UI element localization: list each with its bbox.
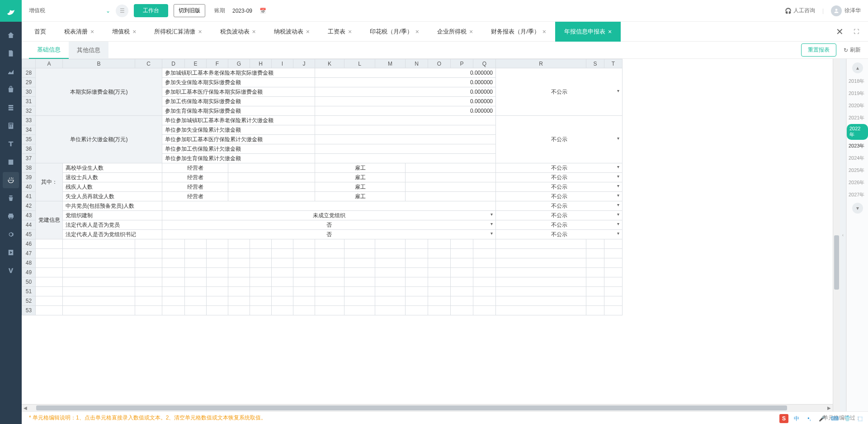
cell[interactable] <box>586 239 604 249</box>
cell[interactable] <box>473 258 496 268</box>
cell[interactable] <box>162 277 185 287</box>
cell-value[interactable]: 0.000000 <box>315 97 496 106</box>
cell[interactable] <box>63 296 135 306</box>
cell[interactable] <box>428 249 451 258</box>
cell-desc[interactable]: 中共党员(包括预备党员)人数 <box>63 201 162 211</box>
cell[interactable] <box>162 296 185 306</box>
year-2025年[interactable]: 2025年 <box>847 164 868 176</box>
row-header-33[interactable]: 33 <box>22 116 36 125</box>
col-header-G[interactable]: G <box>228 59 250 68</box>
cell[interactable] <box>207 296 228 306</box>
ime-mic-icon[interactable]: 🎤 <box>817 414 826 423</box>
cell[interactable] <box>473 268 496 277</box>
cell[interactable] <box>604 239 623 249</box>
cell[interactable] <box>428 239 451 249</box>
cell[interactable] <box>375 239 406 249</box>
cell[interactable] <box>315 296 344 306</box>
ime-s-icon[interactable]: S <box>779 414 788 423</box>
cell[interactable] <box>496 306 586 315</box>
fullscreen-icon[interactable]: ⛶ <box>852 27 861 37</box>
cell-c1[interactable]: 经营者 <box>162 182 228 192</box>
cell[interactable] <box>496 287 586 296</box>
cell[interactable] <box>496 296 586 306</box>
switch-old-button[interactable]: 切到旧版 <box>174 4 205 17</box>
nav-gear-icon[interactable] <box>3 226 19 243</box>
cell[interactable] <box>428 277 451 287</box>
cell[interactable] <box>228 296 250 306</box>
cell[interactable] <box>315 268 344 277</box>
cell[interactable] <box>272 258 293 268</box>
cell-c1[interactable]: 经营者 <box>162 173 228 182</box>
cell-c1[interactable]: 经营者 <box>162 163 228 173</box>
subtab-other[interactable]: 其他信息 <box>69 42 108 59</box>
nav-print-icon[interactable] <box>3 208 19 224</box>
row-header-48[interactable]: 48 <box>22 258 36 268</box>
cell[interactable] <box>207 239 228 249</box>
cell[interactable] <box>63 306 135 315</box>
row-header-28[interactable]: 28 <box>22 68 36 78</box>
cell[interactable] <box>250 249 272 258</box>
horizontal-scrollbar[interactable]: ◀ ▶ <box>22 404 833 411</box>
cell[interactable] <box>315 306 344 315</box>
cell[interactable] <box>228 249 250 258</box>
cell[interactable] <box>63 287 135 296</box>
cell-wide[interactable] <box>162 201 496 211</box>
nav-doc-icon[interactable] <box>3 45 19 62</box>
cell[interactable] <box>185 287 207 296</box>
row-header-37[interactable]: 37 <box>22 154 36 163</box>
cell-desc[interactable]: 参加生育保险本期实际缴费金额 <box>162 106 315 116</box>
ime-skin-icon[interactable]: 👕 <box>843 414 852 423</box>
year-down-icon[interactable]: ▾ <box>852 203 863 214</box>
cell-wide[interactable]: 未成立党组织 <box>162 211 496 220</box>
cell[interactable] <box>406 239 428 249</box>
cell[interactable] <box>473 306 496 315</box>
cell[interactable] <box>228 306 250 315</box>
cell[interactable] <box>207 258 228 268</box>
nav-v-icon[interactable] <box>3 262 19 279</box>
cell[interactable] <box>344 277 375 287</box>
cell-value[interactable]: 0.000000 <box>315 68 496 78</box>
col-header-D[interactable]: D <box>162 59 185 68</box>
cell[interactable] <box>207 277 228 287</box>
cell[interactable] <box>135 306 162 315</box>
year-2023年[interactable]: 2023年 <box>847 140 868 152</box>
cell[interactable] <box>344 287 375 296</box>
cell[interactable] <box>272 306 293 315</box>
cell[interactable] <box>451 258 473 268</box>
cell-desc[interactable]: 单位参加生育保险累计欠缴金额 <box>162 154 315 163</box>
row-header-46[interactable]: 46 <box>22 239 36 249</box>
col-header-K[interactable]: K <box>315 59 344 68</box>
reset-button[interactable]: 重置报表 <box>801 43 836 57</box>
row-header-44[interactable]: 44 <box>22 220 36 230</box>
cell[interactable] <box>228 268 250 277</box>
cell-desc[interactable]: 单位参加城镇职工基本养老保险累计欠缴金额 <box>162 116 315 125</box>
cell-desc[interactable]: 法定代表人是否为党员 <box>63 220 162 230</box>
tab-年报信息申报表[interactable]: 年报信息申报表× <box>555 22 621 42</box>
cell-wide[interactable]: 否 <box>162 220 496 230</box>
disp-select[interactable]: 不公示 <box>496 230 623 239</box>
cell[interactable] <box>496 277 586 287</box>
cell[interactable] <box>207 306 228 315</box>
row-header-53[interactable]: 53 <box>22 306 36 315</box>
cell[interactable] <box>375 249 406 258</box>
row-header-51[interactable]: 51 <box>22 287 36 296</box>
cell-c1[interactable]: 经营者 <box>162 192 228 201</box>
cell[interactable] <box>36 306 63 315</box>
cell-desc[interactable]: 单位参加失业保险累计欠缴金额 <box>162 125 315 135</box>
cell-c2[interactable]: 雇工 <box>315 192 406 201</box>
cell[interactable] <box>162 249 185 258</box>
cell-value[interactable]: 0.000000 <box>315 78 496 87</box>
cell[interactable] <box>428 287 451 296</box>
disp-select[interactable]: 不公示 <box>496 182 623 192</box>
cell[interactable] <box>451 268 473 277</box>
cell[interactable] <box>315 277 344 287</box>
close-icon[interactable]: × <box>306 28 310 35</box>
cell[interactable] <box>473 239 496 249</box>
close-icon[interactable]: × <box>608 28 612 35</box>
cell-desc[interactable]: 残疾人人数 <box>63 182 162 192</box>
cell[interactable] <box>375 268 406 277</box>
cell-desc[interactable]: 参加失业保险本期实际缴费金额 <box>162 78 315 87</box>
row-header-38[interactable]: 38 <box>22 163 36 173</box>
nav-bowl-icon[interactable] <box>3 172 19 188</box>
cell[interactable] <box>135 277 162 287</box>
